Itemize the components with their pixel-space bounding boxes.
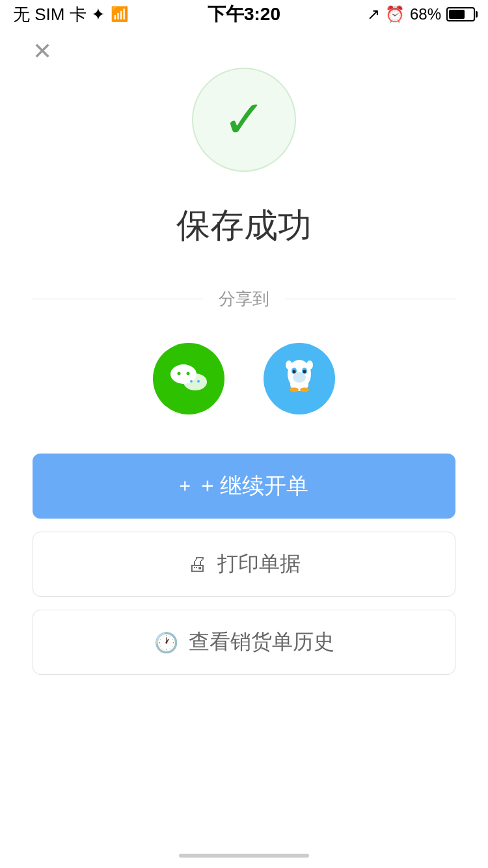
success-circle: ✓ [192, 68, 296, 172]
continue-button[interactable]: + + 继续开单 [33, 454, 455, 519]
history-button-label: 查看销货单历史 [189, 628, 334, 657]
location-icon: ↗ [367, 5, 380, 23]
print-button[interactable]: 🖨 打印单据 [33, 532, 455, 597]
share-section: 分享到 [0, 288, 488, 414]
action-buttons: + + 继续开单 🖨 打印单据 🕐 查看销货单历史 [0, 454, 488, 675]
wechat-share-button[interactable] [153, 343, 224, 414]
status-bar: 无 SIM 卡 ✦ 📶 下午3:20 ↗ ⏰ 68% [0, 0, 488, 29]
share-icons-container [33, 343, 455, 414]
svg-point-5 [197, 380, 200, 383]
share-divider: 分享到 [33, 288, 455, 310]
svg-point-4 [190, 380, 193, 383]
svg-point-14 [286, 360, 292, 370]
main-content: ✓ 保存成功 分享到 [0, 29, 488, 675]
clock-icon: 🕐 [154, 631, 178, 654]
status-right: ↗ ⏰ 68% [367, 5, 475, 23]
svg-point-17 [300, 388, 309, 392]
status-left: 无 SIM 卡 ✦ 📶 [13, 3, 128, 26]
alarm-icon: ⏰ [385, 5, 405, 23]
qq-share-button[interactable] [264, 343, 335, 414]
svg-point-15 [306, 360, 313, 370]
no-sim-text: 无 SIM 卡 ✦ [13, 3, 105, 26]
status-time: 下午3:20 [208, 2, 280, 27]
svg-point-3 [186, 372, 189, 375]
svg-point-13 [293, 372, 306, 383]
svg-point-2 [177, 372, 180, 375]
checkmark-icon: ✓ [223, 94, 266, 146]
close-button[interactable]: ✕ [26, 35, 59, 68]
svg-point-16 [290, 388, 299, 392]
svg-point-9 [292, 370, 295, 373]
print-icon: 🖨 [187, 553, 207, 575]
divider-line-right [285, 299, 455, 299]
continue-button-label: + 继续开单 [201, 471, 308, 501]
battery-indicator [446, 7, 475, 21]
success-title: 保存成功 [176, 203, 312, 249]
share-label: 分享到 [203, 288, 285, 310]
print-button-label: 打印单据 [217, 550, 301, 578]
plus-icon: + [180, 475, 191, 497]
wifi-icon: 📶 [111, 6, 128, 23]
qq-icon [278, 356, 321, 401]
svg-point-10 [303, 370, 306, 373]
wechat-icon [168, 361, 210, 397]
divider-line-left [33, 299, 203, 299]
home-indicator [179, 854, 309, 858]
svg-point-1 [183, 373, 207, 390]
close-icon: ✕ [33, 40, 52, 63]
battery-percent: 68% [410, 5, 441, 23]
history-button[interactable]: 🕐 查看销货单历史 [33, 610, 455, 675]
